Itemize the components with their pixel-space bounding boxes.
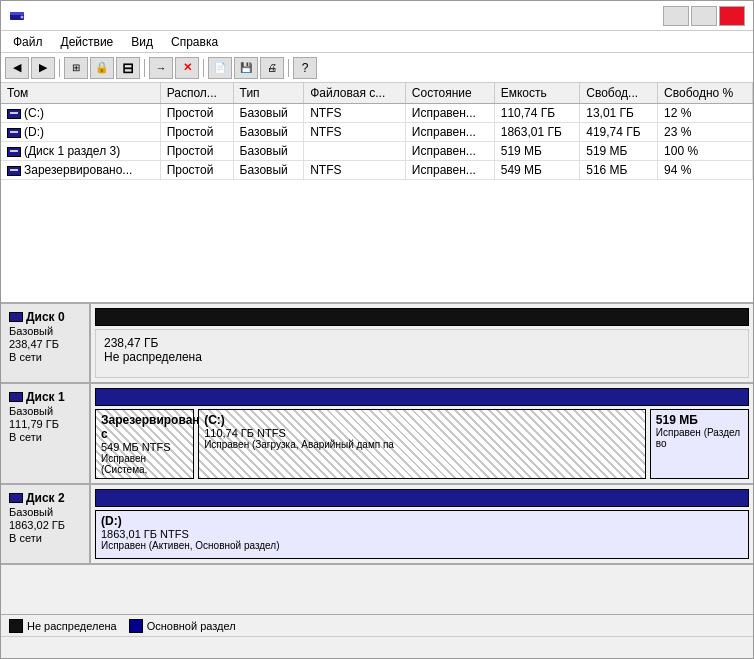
part-title: (D:) (101, 514, 743, 528)
disk-row-disk0: Диск 0 Базовый 238,47 ГБ В сети 238,47 Г… (1, 304, 753, 384)
legend-unallocated-label: Не распределена (27, 620, 117, 632)
disk-panels[interactable]: Диск 0 Базовый 238,47 ГБ В сети 238,47 Г… (1, 304, 753, 614)
cell-0-7: 12 % (658, 104, 753, 123)
cell-3-4: Исправен... (405, 161, 494, 180)
disk-content-disk0: 238,47 ГБНе распределена (91, 304, 753, 382)
disk-row-disk1: Диск 1 Базовый 111,79 ГБ В сети Зарезерв… (1, 384, 753, 485)
part-subsub: Исправен (Раздел во (656, 427, 743, 449)
lock-button[interactable]: 🔒 (90, 57, 114, 79)
disk-content-disk2: (D:) 1863,01 ГБ NTFS Исправен (Активен, … (91, 485, 753, 563)
cell-2-4: Исправен... (405, 142, 494, 161)
table-row[interactable]: (C:)ПростойБазовыйNTFSИсправен...110,74 … (1, 104, 753, 123)
toolbar-sep4 (288, 59, 289, 77)
disk-table: Том Распол... Тип Файловая с... Состояни… (1, 83, 753, 180)
part-sublabel: 1863,01 ГБ NTFS (101, 528, 743, 540)
main-content: Том Распол... Тип Файловая с... Состояни… (1, 83, 753, 636)
forward-button[interactable]: ▶ (31, 57, 55, 79)
part-label: 238,47 ГБ (104, 336, 740, 350)
cell-2-5: 519 МБ (494, 142, 580, 161)
cell-2-6: 519 МБ (580, 142, 658, 161)
toolbar-sep3 (203, 59, 204, 77)
maximize-button[interactable] (691, 6, 717, 26)
legend-primary-label: Основной раздел (147, 620, 236, 632)
menu-item-действие[interactable]: Действие (53, 33, 122, 51)
col-tom: Том (1, 83, 160, 104)
back-button[interactable]: ◀ (5, 57, 29, 79)
cell-0-4: Исправен... (405, 104, 494, 123)
cell-2-7: 100 % (658, 142, 753, 161)
close-button[interactable] (719, 6, 745, 26)
disk-name: Диск 1 (26, 390, 65, 404)
part-title: (C:) (204, 413, 640, 427)
disk-name: Диск 2 (26, 491, 65, 505)
menu-bar: ФайлДействиеВидСправка (1, 31, 753, 53)
cell-1-3: NTFS (304, 123, 406, 142)
disk-icon (9, 392, 23, 402)
table-scroll[interactable]: Том Распол... Тип Файловая с... Состояни… (1, 83, 753, 302)
print-button[interactable]: 🖨 (260, 57, 284, 79)
partition-box-0[interactable]: Зарезервировано с 549 МБ NTFS Исправен (… (95, 409, 194, 479)
disk-size: 238,47 ГБ (9, 338, 81, 350)
menu-item-справка[interactable]: Справка (163, 33, 226, 51)
partition-box-2[interactable]: 519 МБ Исправен (Раздел во (650, 409, 749, 479)
toolbar-sep1 (59, 59, 60, 77)
cell-1-4: Исправен... (405, 123, 494, 142)
svg-point-2 (21, 15, 24, 18)
help-button[interactable]: ? (293, 57, 317, 79)
col-rasp: Распол... (160, 83, 233, 104)
disk-bar-row (95, 308, 749, 326)
partitions-row: (D:) 1863,01 ГБ NTFS Исправен (Активен, … (95, 510, 749, 559)
disk-status: В сети (9, 532, 81, 544)
minimize-button[interactable] (663, 6, 689, 26)
delete-button[interactable]: ✕ (175, 57, 199, 79)
legend-primary: Основной раздел (129, 619, 236, 633)
cell-1-0: (D:) (1, 123, 160, 142)
save-button[interactable]: 💾 (234, 57, 258, 79)
cell-0-2: Базовый (233, 104, 304, 123)
cell-1-7: 23 % (658, 123, 753, 142)
disk-row-icon (7, 166, 21, 176)
cell-3-0: Зарезервировано... (1, 161, 160, 180)
partition-box-0[interactable]: 238,47 ГБНе распределена (95, 329, 749, 378)
part-title: 519 МБ (656, 413, 743, 427)
cell-3-2: Базовый (233, 161, 304, 180)
menu-item-файл[interactable]: Файл (5, 33, 51, 51)
table-row[interactable]: (Диск 1 раздел 3)ПростойБазовыйИсправен.… (1, 142, 753, 161)
table-header-row: Том Распол... Тип Файловая с... Состояни… (1, 83, 753, 104)
legend-black-box (9, 619, 23, 633)
show-disk-button[interactable]: ⊞ (64, 57, 88, 79)
title-left (9, 8, 31, 24)
table-row[interactable]: Зарезервировано...ПростойБазовыйNTFSИспр… (1, 161, 753, 180)
cell-1-5: 1863,01 ГБ (494, 123, 580, 142)
disk-label-disk0: Диск 0 Базовый 238,47 ГБ В сети (1, 304, 91, 382)
col-free: Свобод... (580, 83, 658, 104)
disk-row-disk2: Диск 2 Базовый 1863,02 ГБ В сети (D:) 18… (1, 485, 753, 565)
cell-0-1: Простой (160, 104, 233, 123)
table-area: Том Распол... Тип Файловая с... Состояни… (1, 83, 753, 304)
toolbar: ◀ ▶ ⊞ 🔒 ⊟ → ✕ 📄 💾 🖨 ? (1, 53, 753, 83)
legend: Не распределена Основной раздел (1, 614, 753, 636)
table-row[interactable]: (D:)ПростойБазовыйNTFSИсправен...1863,01… (1, 123, 753, 142)
partition-box-0[interactable]: (D:) 1863,01 ГБ NTFS Исправен (Активен, … (95, 510, 749, 559)
part-sublabel: Не распределена (104, 350, 740, 364)
minus-button[interactable]: ⊟ (116, 57, 140, 79)
part-subsub: Исправен (Система, (101, 453, 188, 475)
col-fs: Файловая с... (304, 83, 406, 104)
disk-status: В сети (9, 431, 81, 443)
partition-box-1[interactable]: (C:) 110,74 ГБ NTFS Исправен (Загрузка, … (198, 409, 646, 479)
arrow-button[interactable]: → (149, 57, 173, 79)
cell-1-2: Базовый (233, 123, 304, 142)
part-subsub: Исправен (Активен, Основной раздел) (101, 540, 743, 551)
disk-bar-row (95, 489, 749, 507)
cell-1-6: 419,74 ГБ (580, 123, 658, 142)
app-icon (9, 8, 25, 24)
disk-content-disk1: Зарезервировано с 549 МБ NTFS Исправен (… (91, 384, 753, 483)
title-bar (1, 1, 753, 31)
menu-item-вид[interactable]: Вид (123, 33, 161, 51)
new-button[interactable]: 📄 (208, 57, 232, 79)
part-subsub: Исправен (Загрузка, Аварийный дамп па (204, 439, 640, 450)
partitions-row: 238,47 ГБНе распределена (95, 329, 749, 378)
col-tip: Тип (233, 83, 304, 104)
cell-3-3: NTFS (304, 161, 406, 180)
col-free-pct: Свободно % (658, 83, 753, 104)
